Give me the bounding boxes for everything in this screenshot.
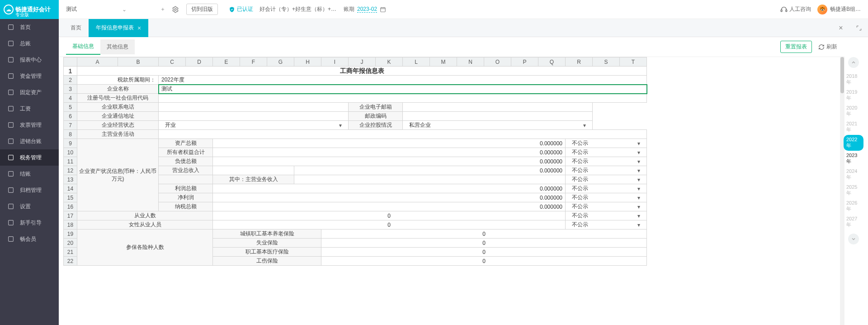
col-header[interactable]: F xyxy=(240,57,267,67)
year-item[interactable]: 2020年 xyxy=(844,103,863,119)
col-header[interactable]: D xyxy=(186,57,213,67)
col-header[interactable]: A xyxy=(77,57,118,67)
col-header[interactable]: S xyxy=(593,57,620,67)
cell-value[interactable]: 0 xyxy=(213,211,566,220)
row-header[interactable]: 12 xyxy=(64,166,77,175)
row-header[interactable]: 11 xyxy=(64,157,77,166)
dropdown-cell[interactable]: 不公示▾ xyxy=(566,175,647,184)
col-header[interactable]: J xyxy=(349,57,376,67)
col-header[interactable]: K xyxy=(376,57,403,67)
dropdown-cell[interactable]: 不公示▾ xyxy=(566,139,647,148)
row-header[interactable]: 16 xyxy=(64,202,77,211)
cell-value[interactable]: 0.000000 xyxy=(213,148,566,157)
col-header[interactable]: N xyxy=(457,57,484,67)
row-header[interactable]: 22 xyxy=(64,257,77,266)
col-header[interactable]: E xyxy=(213,57,240,67)
row-header[interactable]: 9 xyxy=(64,139,77,148)
cell-value[interactable] xyxy=(403,112,593,121)
row-header[interactable]: 10 xyxy=(64,148,77,157)
col-header[interactable]: M xyxy=(430,57,457,67)
settings-gear-icon[interactable] xyxy=(169,3,182,16)
cell-value[interactable] xyxy=(159,130,647,139)
year-item[interactable]: 2019年 xyxy=(844,87,863,103)
subtab-basic-info[interactable]: 基础信息 xyxy=(66,39,100,55)
switch-old-version-button[interactable]: 切到旧版 xyxy=(186,4,218,15)
close-all-tabs-button[interactable]: × xyxy=(832,19,850,37)
cell-value[interactable] xyxy=(159,94,647,103)
nav-item-13[interactable]: 畅会员 xyxy=(0,231,59,247)
col-header[interactable]: G xyxy=(267,57,294,67)
nav-item-2[interactable]: 报表中心 xyxy=(0,52,59,68)
col-header[interactable]: L xyxy=(403,57,430,67)
year-up-button[interactable] xyxy=(848,57,859,68)
dropdown-cell[interactable]: 不公示▾ xyxy=(566,184,647,193)
col-header[interactable]: T xyxy=(620,57,647,67)
dropdown-cell[interactable]: 不公示▾ xyxy=(566,193,647,202)
dropdown-cell[interactable]: 不公示▾ xyxy=(566,220,647,229)
tab-home[interactable]: 首页 xyxy=(63,19,89,37)
dropdown-cell[interactable]: 开业▾ xyxy=(159,121,349,130)
add-account-button[interactable]: ＋ xyxy=(156,3,169,16)
nav-item-11[interactable]: 设置 xyxy=(0,198,59,215)
year-item[interactable]: 2027年 xyxy=(844,214,863,230)
col-header[interactable]: O xyxy=(484,57,511,67)
cell-value[interactable]: 0.000000 xyxy=(213,139,566,148)
row-header[interactable]: 20 xyxy=(64,239,77,248)
close-icon[interactable]: × xyxy=(137,24,141,32)
year-item[interactable]: 2025年 xyxy=(844,182,863,198)
row-header[interactable]: 4 xyxy=(64,94,77,103)
col-header[interactable]: R xyxy=(566,57,593,67)
nav-item-9[interactable]: 结账 xyxy=(0,166,59,182)
cell-value[interactable]: 0.000000 xyxy=(213,202,566,211)
row-header[interactable]: 5 xyxy=(64,103,77,112)
cell-value[interactable] xyxy=(403,103,593,112)
row-header[interactable]: 3 xyxy=(64,85,77,94)
row-header[interactable]: 15 xyxy=(64,193,77,202)
period-picker[interactable]: 2023-02 xyxy=(357,6,377,13)
account-select[interactable]: 测试 ⌄ xyxy=(66,5,156,13)
tab-annual-report[interactable]: 年报信息申报表 × xyxy=(89,19,148,37)
row-header[interactable]: 17 xyxy=(64,211,77,220)
row-header[interactable]: 14 xyxy=(64,184,77,193)
dropdown-cell[interactable]: 不公示▾ xyxy=(566,211,647,220)
nav-item-8[interactable]: 税务管理 xyxy=(0,149,59,166)
nav-item-1[interactable]: 总账 xyxy=(0,35,59,52)
nav-item-12[interactable]: 新手引导 xyxy=(0,215,59,231)
nav-item-5[interactable]: 工资 xyxy=(0,100,59,117)
refresh-button[interactable]: 刷新 xyxy=(818,43,837,51)
dropdown-cell[interactable]: 不公示▾ xyxy=(566,157,647,166)
year-item[interactable]: 2023年 xyxy=(844,151,863,167)
company-name-input[interactable]: 测试 xyxy=(159,85,647,94)
nav-item-0[interactable]: 首页 xyxy=(0,19,59,35)
user-menu[interactable]: 🐯 畅捷通B组… xyxy=(817,5,861,14)
row-header[interactable]: 2 xyxy=(64,76,77,85)
row-header[interactable]: 8 xyxy=(64,130,77,139)
cell-value[interactable]: 0 xyxy=(321,229,647,239)
row-header[interactable]: 21 xyxy=(64,248,77,257)
nav-item-7[interactable]: 进销台账 xyxy=(0,133,59,149)
col-header[interactable]: P xyxy=(511,57,538,67)
cell-value[interactable]: 0.000000 xyxy=(213,184,566,193)
reset-report-button[interactable]: 重置报表 xyxy=(780,41,812,53)
col-header[interactable]: B xyxy=(118,57,159,67)
row-header[interactable]: 18 xyxy=(64,220,77,229)
cell-value[interactable] xyxy=(213,166,294,175)
year-item[interactable]: 2018年 xyxy=(844,72,863,87)
nav-item-4[interactable]: 固定资产 xyxy=(0,84,59,100)
col-header[interactable]: I xyxy=(321,57,349,67)
col-header[interactable]: Q xyxy=(538,57,566,67)
cell-value[interactable]: 0.000000 xyxy=(294,166,566,175)
nav-item-3[interactable]: 资金管理 xyxy=(0,68,59,84)
row-header[interactable]: 19 xyxy=(64,229,77,239)
cell-value[interactable] xyxy=(159,112,349,121)
cell-value[interactable] xyxy=(159,103,349,112)
human-service-button[interactable]: 人工咨询 xyxy=(780,5,811,13)
dropdown-cell[interactable]: 私营企业▾ xyxy=(403,121,593,130)
row-header[interactable]: 6 xyxy=(64,112,77,121)
row-header[interactable]: 7 xyxy=(64,121,77,130)
calendar-icon[interactable] xyxy=(380,6,386,13)
col-header[interactable]: H xyxy=(294,57,321,67)
dropdown-cell[interactable]: 不公示▾ xyxy=(566,148,647,157)
year-item[interactable]: 2022年 xyxy=(844,135,863,151)
subtab-other-info[interactable]: 其他信息 xyxy=(100,39,135,54)
